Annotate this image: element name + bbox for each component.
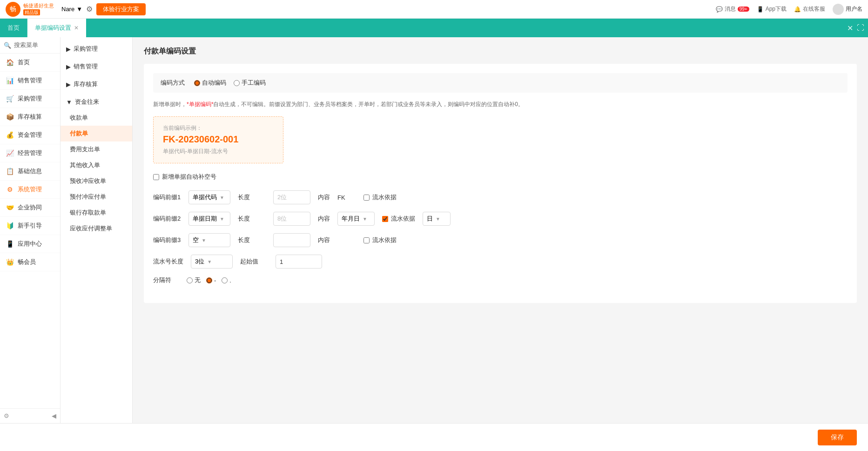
tab-code-settings[interactable]: 单据编码设置 ✕ [27, 19, 86, 37]
settings-icon[interactable]: ⚙ [86, 5, 93, 13]
prefix1-select[interactable]: 单据代码 ▼ [188, 190, 230, 204]
separator-dot-option[interactable]: . [222, 277, 231, 284]
serial-length-select[interactable]: 3位 ▼ [191, 255, 233, 269]
prefix3-serial-checkbox[interactable] [363, 237, 370, 243]
sec-group-finance-title[interactable]: ▼ 资金往来 [61, 94, 132, 110]
separator-dash-option[interactable]: - [206, 277, 216, 284]
sidebar-item-guide[interactable]: 🔰 新手引导 [0, 217, 60, 235]
sec-sidebar-item-expense[interactable]: 费用支出单 [61, 141, 132, 157]
sidebar-item-sales[interactable]: 📊 销售管理 [0, 72, 60, 90]
sec-group-inventory-title[interactable]: ▶ 库存核算 [61, 76, 132, 92]
sec-group-sales-title[interactable]: ▶ 销售管理 [61, 59, 132, 74]
auto-fill-row: 新增单据自动补空号 [153, 173, 848, 181]
sidebar-item-cooperation[interactable]: 🤝 企业协同 [0, 199, 60, 217]
sidebar-item-operation[interactable]: 📈 经营管理 [0, 144, 60, 162]
sidebar-item-member-label: 畅会员 [18, 258, 36, 266]
sec-group-purchase-title[interactable]: ▶ 采购管理 [61, 41, 132, 57]
operation-icon: 📈 [6, 149, 14, 157]
auto-encode-radio[interactable] [194, 80, 200, 86]
sec-sidebar-item-receipt[interactable]: 收款单 [61, 110, 132, 126]
prefix1-value: 单据代码 [193, 193, 217, 202]
sidebar-item-system[interactable]: ⚙ 系统管理 [0, 181, 60, 199]
message-icon: 💬 [716, 6, 723, 13]
prefix3-serial-check: 流水依据 [363, 236, 397, 244]
prefix2-select[interactable]: 单据日期 ▼ [188, 212, 230, 226]
separator-options: 无 - . [187, 276, 231, 284]
sidebar-item-home[interactable]: 🏠 首页 [0, 54, 60, 72]
sec-sidebar-item-prepay-receivable[interactable]: 预收冲应收单 [61, 173, 132, 189]
prefix1-length-input[interactable] [273, 190, 310, 204]
sidebar-item-app-center[interactable]: 📱 应用中心 [0, 235, 60, 253]
prefix2-serial-arrow: ▼ [436, 216, 440, 222]
example-desc: 单据代码-单据日期-流水号 [163, 148, 274, 155]
sidebar-item-basic-info[interactable]: 📋 基础信息 [0, 162, 60, 181]
separator-none-radio[interactable] [187, 277, 193, 283]
prefix3-length-label: 长度 [238, 236, 266, 244]
prefix2-serial-checkbox[interactable] [382, 216, 388, 222]
auto-encode-option[interactable]: 自动编码 [194, 79, 226, 87]
tab-home[interactable]: 首页 [0, 19, 27, 37]
sec-group-inventory-label: 库存核算 [74, 80, 98, 88]
separator-dash-radio[interactable] [206, 277, 212, 283]
prefix2-row: 编码前缀2 单据日期 ▼ 长度 内容 年月日 ▼ 流水依据 日 [153, 212, 848, 226]
experience-btn[interactable]: 体验行业方案 [96, 3, 146, 15]
sidebar-item-inventory[interactable]: 📦 库存核算 [0, 108, 60, 126]
sec-sidebar-item-prepay-receivable-label: 预收冲应收单 [70, 177, 106, 184]
prefix2-length-label: 长度 [238, 215, 266, 223]
save-button[interactable]: 保存 [818, 430, 857, 445]
message-item[interactable]: 💬 消息 99+ [716, 5, 749, 13]
close-window-icon[interactable]: ✕ [847, 24, 853, 33]
prefix1-arrow: ▼ [220, 195, 224, 200]
prefix2-label: 编码前缀2 [153, 215, 181, 223]
separator-none-option[interactable]: 无 [187, 276, 201, 284]
prefix3-select[interactable]: 空 ▼ [188, 233, 230, 247]
tab-code-settings-label: 单据编码设置 [35, 24, 71, 32]
main-layout: 🔍 搜索菜单 🏠 首页 📊 销售管理 🛒 采购管理 📦 库存核算 💰 资金管理 … [0, 37, 868, 423]
workspace-dropdown[interactable]: Nare ▼ [61, 6, 82, 13]
cooperation-icon: 🤝 [6, 203, 14, 212]
expand-icon[interactable]: ⛶ [857, 24, 864, 33]
sidebar-item-purchase[interactable]: 🛒 采购管理 [0, 90, 60, 108]
app-download-item[interactable]: 📱 App下载 [757, 5, 787, 13]
prefix3-content-label: 内容 [318, 236, 330, 244]
sec-sidebar-item-payment[interactable]: 付款单 [61, 126, 132, 141]
manual-encode-option[interactable]: 手工编码 [234, 79, 266, 87]
prefix2-serial-option-select[interactable]: 日 ▼ [423, 212, 451, 226]
sec-sidebar-item-bank[interactable]: 银行存取款单 [61, 205, 132, 221]
serial-start-input[interactable] [276, 255, 322, 269]
auto-fill-checkbox[interactable] [153, 174, 159, 180]
separator-dot-radio[interactable] [222, 277, 228, 283]
prefix2-serial-check: 流水依据 [382, 215, 415, 223]
home-icon: 🏠 [6, 58, 14, 67]
manual-encode-radio[interactable] [234, 80, 240, 86]
sidebar-item-home-label: 首页 [18, 58, 30, 67]
sidebar-search[interactable]: 🔍 搜索菜单 [0, 37, 60, 54]
content-card: 编码方式 自动编码 手工编码 新增单据时，*单据编码*自动生成，不可编辑。前缀设… [144, 64, 857, 303]
separator-dot-label: . [229, 277, 231, 284]
serial-length-value: 3位 [195, 257, 204, 266]
user-info[interactable]: 用户名 [833, 4, 862, 15]
prefix2-content-select[interactable]: 年月日 ▼ [337, 212, 375, 226]
tab-bar-actions: ✕ ⛶ [847, 24, 864, 33]
prefix3-length-input[interactable] [273, 233, 310, 247]
prefix1-serial-checkbox[interactable] [363, 195, 370, 201]
sidebar-item-finance[interactable]: 💰 资金管理 [0, 126, 60, 144]
sec-sidebar-item-other-income[interactable]: 其他收入单 [61, 157, 132, 173]
footer-collapse-icon[interactable]: ◀ [52, 412, 56, 419]
sec-sidebar-item-prepay-payable[interactable]: 预付冲应付单 [61, 189, 132, 205]
prefix2-content-value: 年月日 [342, 215, 360, 223]
prefix2-length-input[interactable] [273, 212, 310, 226]
sidebar-item-finance-label: 资金管理 [18, 131, 42, 139]
online-service-item[interactable]: 🔔 在线客服 [794, 5, 825, 13]
sec-group-inventory-arrow: ▶ [66, 81, 71, 88]
sec-sidebar-item-other-income-label: 其他收入单 [70, 162, 100, 168]
sec-sidebar-item-adjustment[interactable]: 应收应付调整单 [61, 221, 132, 236]
prefix3-row: 编码前缀3 空 ▼ 长度 内容 流水依据 [153, 233, 848, 247]
sidebar-item-operation-label: 经营管理 [18, 149, 42, 157]
top-bar-left: 畅 畅捷通好生意精品版 Nare ▼ ⚙ 体验行业方案 [6, 2, 146, 17]
sec-group-finance: ▼ 资金往来 收款单 付款单 费用支出单 其他收入单 预收冲应收单 预付冲应付单 [61, 94, 132, 236]
prefix1-content-value: FK [337, 194, 356, 201]
footer-settings-icon[interactable]: ⚙ [4, 412, 9, 419]
sidebar-item-member[interactable]: 👑 畅会员 [0, 253, 60, 271]
tab-close-icon[interactable]: ✕ [74, 25, 79, 31]
